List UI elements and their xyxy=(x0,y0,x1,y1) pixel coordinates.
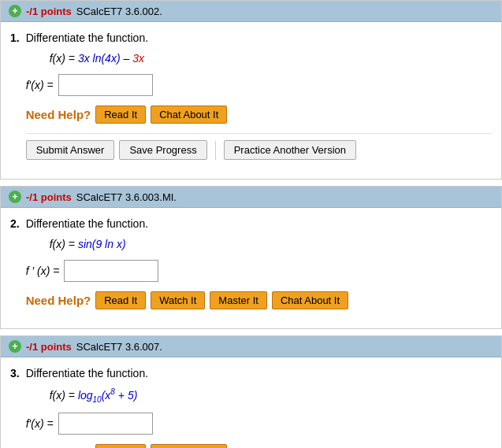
answer-label-1: f′(x) = xyxy=(26,79,54,91)
question-content-2: Differentiate the function. f(x) = sin(9… xyxy=(26,208,501,328)
answer-row-1: f′(x) = xyxy=(26,74,492,96)
divider-1 xyxy=(215,141,216,160)
action-row-1: Submit Answer Save Progress Practice Ano… xyxy=(26,133,492,169)
question-wrapper-1: 1. Differentiate the function. f(x) = 3x… xyxy=(1,22,501,179)
need-help-row-2: Need Help? Read It Watch It Master It Ch… xyxy=(26,291,492,309)
read-it-button-2[interactable]: Read It xyxy=(95,291,146,309)
question-wrapper-2: 2. Differentiate the function. f(x) = si… xyxy=(1,208,501,328)
need-help-row-1: Need Help? Read It Chat About It xyxy=(26,106,492,124)
expand-icon-3[interactable]: + xyxy=(9,340,21,353)
answer-input-3[interactable] xyxy=(58,413,153,435)
question-number-1: 1. xyxy=(1,22,26,179)
function-display-2: f(x) = sin(9 ln x) xyxy=(50,238,492,250)
function-part-3a: log10(x8 + 5) xyxy=(78,389,137,402)
question-block-2: + -/1 points SCalcET7 3.6.003.MI. 2. Dif… xyxy=(0,186,502,329)
function-part-2a: sin(9 ln x) xyxy=(78,238,126,250)
function-part-1a: 3x ln(4x) xyxy=(78,52,121,65)
chat-about-it-button-1[interactable]: Chat About It xyxy=(151,106,227,124)
question-header-3: + -/1 points SCalcET7 3.6.007. xyxy=(1,336,501,357)
answer-row-2: f ′ (x) = xyxy=(26,260,492,282)
need-help-label-2: Need Help? xyxy=(26,294,91,307)
read-it-button-1[interactable]: Read It xyxy=(95,106,146,124)
answer-input-2[interactable] xyxy=(64,260,158,282)
function-display-1: f(x) = 3x ln(4x) – 3x xyxy=(50,52,492,65)
chat-about-it-button-2[interactable]: Chat About It xyxy=(272,291,348,309)
function-label-1: f(x) = xyxy=(50,52,78,65)
expand-icon-2[interactable]: + xyxy=(9,191,21,203)
question-header-1: + -/1 points SCalcET7 3.6.002. xyxy=(1,1,501,22)
function-op-1: – xyxy=(123,52,132,65)
answer-row-3: f′(x) = xyxy=(26,413,492,435)
question-code-2: SCalcET7 3.6.003.MI. xyxy=(76,191,177,203)
instruction-2: Differentiate the function. xyxy=(26,217,492,230)
points-3: -/1 points xyxy=(26,341,72,353)
master-it-button-2[interactable]: Master It xyxy=(210,291,267,309)
points-2: -/1 points xyxy=(26,191,72,203)
instruction-1: Differentiate the function. xyxy=(26,31,492,44)
question-number-3: 3. xyxy=(1,357,26,448)
function-label-3: f(x) = xyxy=(50,389,78,402)
points-1: -/1 points xyxy=(26,6,72,17)
answer-label-2: f ′ (x) = xyxy=(26,265,60,277)
question-block-3: + -/1 points SCalcET7 3.6.007. 3. Differ… xyxy=(0,335,502,448)
question-block-1: + -/1 points SCalcET7 3.6.002. 1. Differ… xyxy=(0,0,502,180)
need-help-label-1: Need Help? xyxy=(26,108,91,121)
answer-label-3: f′(x) = xyxy=(26,417,54,430)
question-wrapper-3: 3. Differentiate the function. f(x) = lo… xyxy=(1,357,501,448)
question-header-2: + -/1 points SCalcET7 3.6.003.MI. xyxy=(1,187,501,208)
function-label-2: f(x) = xyxy=(50,238,78,250)
read-it-button-3[interactable]: Read It xyxy=(95,444,146,448)
expand-icon-1[interactable]: + xyxy=(9,5,21,17)
practice-another-button-1[interactable]: Practice Another Version xyxy=(224,140,356,160)
function-display-3: f(x) = log10(x8 + 5) xyxy=(50,387,492,403)
watch-it-button-2[interactable]: Watch It xyxy=(151,291,205,309)
question-code-3: SCalcET7 3.6.007. xyxy=(76,341,162,353)
question-content-1: Differentiate the function. f(x) = 3x ln… xyxy=(26,22,501,179)
need-help-row-3: Need Help? Read It Chat About It xyxy=(26,444,492,448)
question-code-1: SCalcET7 3.6.002. xyxy=(76,6,162,17)
submit-answer-button-1[interactable]: Submit Answer xyxy=(26,140,115,160)
function-part-1b: 3x xyxy=(132,52,144,65)
save-progress-button-1[interactable]: Save Progress xyxy=(119,140,206,160)
question-number-2: 2. xyxy=(1,208,26,328)
chat-about-it-button-3[interactable]: Chat About It xyxy=(151,444,227,448)
answer-input-1[interactable] xyxy=(58,74,153,96)
question-content-3: Differentiate the function. f(x) = log10… xyxy=(26,357,501,448)
instruction-3: Differentiate the function. xyxy=(26,367,492,380)
